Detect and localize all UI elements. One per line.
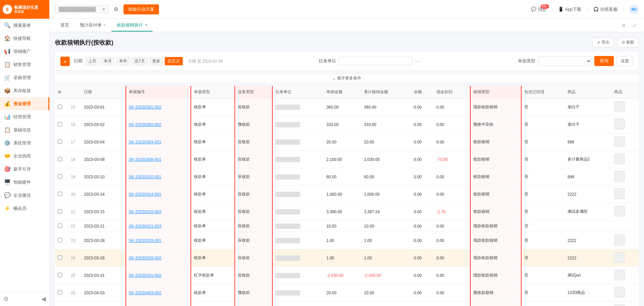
bill-no-link[interactable]: SK-20230403-002 (129, 291, 161, 295)
sidebar-item-inventory[interactable]: 📦库存核算 (0, 84, 49, 97)
cell-bill-no[interactable]: SK-20230328-001 (126, 232, 191, 249)
bill-no-link[interactable]: SK-20230301-002 (129, 105, 161, 110)
cell-checkbox[interactable] (55, 168, 65, 186)
this-year-btn[interactable]: 本年 (116, 57, 130, 65)
tab-receipt-verify[interactable]: 收款核销执行 × (111, 19, 153, 32)
last-7days-btn[interactable]: 近7天 (131, 57, 148, 65)
table-row[interactable]: 15 2023-03-01 SK-20230301-002 收款单 应收款 ██… (55, 99, 639, 116)
expand-more-conditions[interactable]: ⌄ 展开更多条件 (55, 74, 639, 82)
table-settings-icon[interactable]: ⚙ (58, 90, 61, 95)
table-row[interactable]: 19 2023-03-10 SK-20230310-001 收款单 应收款 ██… (55, 168, 639, 186)
bill-no-link[interactable]: SK-20230308-001 (129, 157, 161, 162)
tab-prepay[interactable]: 预计应付单 × (74, 19, 111, 32)
cell-bill-no[interactable]: SK-20230328-002 (126, 249, 191, 267)
table-row[interactable]: 20 2023-03-14 SK-20230314-001 收款单 应收款 ██… (55, 186, 639, 203)
tabs-close-all-button[interactable]: ✕ (620, 21, 628, 29)
messages-button[interactable]: 💬 消息 99+ (531, 6, 546, 12)
row-checkbox[interactable] (58, 192, 62, 196)
row-checkbox[interactable] (58, 273, 62, 277)
more-date-btn[interactable]: 更多 (149, 57, 163, 65)
cell-bill-no[interactable]: SK-20230304-001 (126, 133, 191, 151)
table-row[interactable]: 17 2023-03-04 SK-20230304-001 收款单 应收款 ██… (55, 133, 639, 151)
table-row[interactable]: 27 2023-04-08 SK-20230408-001 收款单 应收款 ██… (55, 302, 639, 306)
bill-no-link[interactable]: SK-20230328-001 (129, 238, 161, 243)
cell-checkbox[interactable] (55, 284, 65, 302)
cell-checkbox[interactable] (55, 232, 65, 249)
online-service-button[interactable]: 🎧 在线客服 (593, 6, 618, 12)
cell-bill-no[interactable]: SK-20230302-002 (126, 116, 191, 133)
bill-no-link[interactable]: SK-20230302-002 (129, 122, 161, 127)
table-row[interactable]: 21 2023-03-15 SK-20230315-002 收款单 应收款 ██… (55, 203, 639, 221)
last-month-btn[interactable]: 上月 (85, 57, 99, 65)
sidebar-gear-icon[interactable]: ⚙ (3, 295, 9, 303)
cell-bill-no[interactable]: SK-20230331-002 (126, 267, 191, 284)
table-row[interactable]: 25 2023-03-31 SK-20230331-002 红字收款单 应收款 … (55, 267, 639, 284)
cell-bill-no[interactable]: SK-20230310-001 (126, 168, 191, 186)
cell-bill-no[interactable]: SK-20230315-002 (126, 203, 191, 221)
table-row[interactable]: 22 2023-03-21 SK-20230321-003 收款单 应收款 ██… (55, 221, 639, 232)
bill-no-link[interactable]: SK-20230331-002 (129, 273, 161, 278)
sidebar-item-member[interactable]: ⚡畅会员 (0, 202, 49, 215)
cell-checkbox[interactable] (55, 302, 65, 306)
row-checkbox[interactable] (58, 139, 62, 144)
sidebar-item-wechat[interactable]: 💬企业微信 (0, 189, 49, 202)
row-checkbox[interactable] (58, 224, 62, 228)
tab-prepay-close[interactable]: × (104, 23, 106, 27)
row-checkbox[interactable] (58, 157, 62, 161)
bill-no-link[interactable]: SK-20230328-002 (129, 256, 161, 260)
sidebar-item-hardware[interactable]: 🖥️智能硬件 (0, 176, 49, 189)
cell-bill-no[interactable]: SK-20230314-001 (126, 186, 191, 203)
sidebar-item-search[interactable]: 🔍搜索菜单 (0, 19, 49, 32)
bill-type-select[interactable] (538, 56, 592, 66)
app-download-button[interactable]: 📱 App下载 (558, 6, 581, 12)
more-options-dots[interactable]: ··· (415, 58, 422, 65)
sidebar-footer[interactable]: ⚙ ◀ (0, 292, 49, 306)
sidebar-item-nav[interactable]: 🏠快捷导航 (0, 32, 49, 45)
cell-checkbox[interactable] (55, 116, 65, 133)
user-avatar[interactable]: Rit (629, 5, 639, 14)
row-checkbox[interactable] (58, 122, 62, 126)
sidebar-item-purchase[interactable]: 🛒采购管理 (0, 71, 49, 84)
settings-icon[interactable]: ⚙ (111, 5, 121, 14)
counterpart-input[interactable] (339, 57, 413, 65)
cell-checkbox[interactable] (55, 151, 65, 168)
tabs-expand-button[interactable]: ⤢ (631, 21, 639, 29)
cell-bill-no[interactable]: SK-20230403-002 (126, 284, 191, 302)
sidebar-item-enterprise[interactable]: 🤝企业协同 (0, 149, 49, 163)
sidebar-item-marketing[interactable]: 📢营销推广 (0, 45, 49, 58)
refresh-button[interactable]: ↺ 刷新 (617, 38, 639, 47)
cell-checkbox[interactable] (55, 221, 65, 232)
table-row[interactable]: 16 2023-03-02 SK-20230302-002 收款单 预收款 ██… (55, 116, 639, 133)
row-checkbox[interactable] (58, 174, 62, 179)
row-checkbox[interactable] (58, 290, 62, 295)
sidebar-item-finance[interactable]: 💰资金管理 (0, 97, 49, 110)
sidebar-item-system[interactable]: ⚙️系统管理 (0, 136, 49, 149)
row-checkbox[interactable] (58, 209, 62, 213)
filter-settings-button[interactable]: 设置 (616, 56, 633, 66)
this-month-btn[interactable]: 本月 (101, 57, 115, 65)
bill-no-link[interactable]: SK-20230315-002 (129, 209, 161, 214)
query-button[interactable]: 查询 (594, 56, 614, 66)
sidebar-item-guide[interactable]: 🎯新手引导 (0, 163, 49, 176)
cell-checkbox[interactable] (55, 186, 65, 203)
table-row[interactable]: 23 2023-03-28 SK-20230328-001 收款单 应收款 ██… (55, 232, 639, 249)
table-row[interactable]: 18 2023-03-08 SK-20230308-001 收款单 应收款 ██… (55, 151, 639, 168)
row-checkbox[interactable] (58, 238, 62, 242)
cell-bill-no[interactable]: SK-20230308-001 (126, 151, 191, 168)
bill-no-link[interactable]: SK-20230321-003 (129, 224, 161, 229)
sidebar-item-basic[interactable]: 📋基础信息 (0, 123, 49, 136)
custom-date-btn[interactable]: 自定义 (165, 57, 183, 65)
sidebar-collapse-icon[interactable]: ◀ (41, 295, 46, 303)
cell-bill-no[interactable]: SK-20230408-001 (126, 302, 191, 306)
th-settings[interactable]: ⚙ (55, 86, 65, 99)
table-row[interactable]: 26 2023-04-03 SK-20230403-002 收款单 预收款 ██… (55, 284, 639, 302)
cell-checkbox[interactable] (55, 203, 65, 221)
sidebar-item-sales[interactable]: 📋销售管理 (0, 58, 49, 71)
cell-checkbox[interactable] (55, 133, 65, 151)
solution-button[interactable]: 体验行业方案 (123, 4, 159, 14)
tab-receipt-verify-close[interactable]: × (145, 23, 147, 27)
sidebar-item-operation[interactable]: 📊经营管理 (0, 110, 49, 123)
export-button[interactable]: ↗ 导出 (592, 38, 614, 47)
cell-checkbox[interactable] (55, 99, 65, 116)
bill-no-link[interactable]: SK-20230314-001 (129, 192, 161, 197)
